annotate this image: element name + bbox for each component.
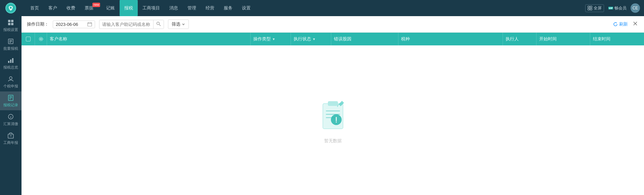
baoshui-zonglian-icon [7,56,14,64]
sidebar-logo [0,0,22,16]
nav-xiaoxi[interactable]: 消息 [165,0,183,16]
th-gear[interactable] [35,33,47,45]
top-navigation: 首页 客户 收费 票据 new 记账 报税 工商项目 消息 管理 经营 [22,0,644,16]
svg-rect-4 [8,23,10,25]
svg-rect-23 [590,6,592,8]
svg-point-36 [40,38,42,40]
fullscreen-label: 全屏 [594,5,602,11]
gongshang-nianbao-icon [7,132,14,139]
sidebar-item-label: 工商年报 [3,140,18,145]
svg-rect-5 [11,23,13,25]
svg-rect-2 [8,20,10,22]
empty-text: 暂无数据 [324,138,342,144]
date-picker[interactable] [53,21,95,28]
search-box[interactable] [99,20,164,29]
svg-point-1 [10,7,12,9]
nav-piao[interactable]: 票据 new [80,0,101,16]
filter-button[interactable]: 筛选 [168,20,189,29]
date-input[interactable] [56,22,86,27]
vip-icon: VIP [608,5,613,11]
main-area: 首页 客户 收费 票据 new 记账 报税 工商项目 消息 管理 经营 [22,0,644,195]
svg-rect-24 [588,8,590,10]
svg-point-13 [9,77,12,79]
refresh-label: 刷新 [619,21,628,27]
user-avatar[interactable]: CE [631,3,640,13]
search-icon [156,22,161,26]
chevron-down-icon [182,23,185,26]
th-executor: 执行人 [503,33,536,45]
filter-icon-status: ▼ [312,37,316,41]
svg-point-32 [157,22,160,25]
fullscreen-icon [588,6,592,10]
th-operation-type[interactable]: 操作类型 ▼ [251,33,291,45]
sidebar-item-piliang-baoshui[interactable]: 批量报税 [0,35,22,54]
nav-guanli[interactable]: 管理 [183,0,201,16]
sidebar-item-baoshui-jilu[interactable]: 报税记录 [0,91,22,110]
table-header: 客户名称 操作类型 ▼ 执行状态 ▼ 错误股因 税种 执行人 [22,33,644,45]
sidebar-item-gongshang-nianbao[interactable]: 工商年报 [0,129,22,148]
search-button[interactable] [153,20,164,29]
new-badge: new [92,3,100,7]
app-logo-icon [5,3,16,13]
close-button[interactable] [632,20,639,28]
geshuishenb-icon [7,75,14,83]
toolbar: 操作日期： 筛选 [22,16,644,33]
data-table: 客户名称 操作类型 ▼ 执行状态 ▼ 错误股因 税种 执行人 [22,33,644,195]
nav-home[interactable]: 首页 [26,0,44,16]
sidebar: 报税设置 批量报税 报税总览 [0,0,22,195]
th-exec-status[interactable]: 执行状态 ▼ [291,33,331,45]
sidebar-item-geshuishenb[interactable]: 个税申报 [0,73,22,91]
user-initials: CE [633,6,638,10]
fullscreen-button[interactable]: 全屏 [585,4,604,12]
date-label: 操作日期： [27,21,49,27]
svg-rect-11 [10,60,11,63]
svg-rect-12 [12,58,13,63]
sidebar-item-baoshui-shezhi[interactable]: 报税设置 [0,16,22,35]
svg-point-37 [39,37,43,41]
select-all-checkbox[interactable] [26,37,31,41]
th-end-time: 结束时间 [590,33,644,45]
th-checkbox[interactable] [22,33,35,45]
svg-rect-20 [8,134,13,138]
svg-rect-25 [590,8,592,10]
piliang-baoshui-icon [7,38,14,45]
svg-rect-28 [88,23,92,26]
gear-icon [39,37,43,41]
nav-baoshui[interactable]: 报税 [120,0,138,16]
filter-icon-type: ▼ [272,37,275,41]
sidebar-item-huisuan-jiaona[interactable]: ¥ 汇算清缴 [0,110,22,129]
refresh-icon [613,22,618,27]
vip-button[interactable]: VIP 畅会员 [608,5,627,11]
svg-line-33 [159,24,161,26]
baoshui-jilu-icon [7,94,14,102]
sidebar-item-label: 个税申报 [3,84,18,89]
svg-text:VIP: VIP [609,7,613,9]
th-tax-type: 税种 [398,33,503,45]
nav-jizhang[interactable]: 记账 [101,0,120,16]
calendar-icon [87,22,92,27]
search-input[interactable] [99,21,153,28]
svg-text:¥: ¥ [10,116,12,119]
topnav-right: 全屏 VIP 畅会员 CE [585,3,640,13]
vip-label: 畅会员 [614,5,627,11]
sidebar-item-label: 报税记录 [3,103,18,108]
nav-customer[interactable]: 客户 [44,0,62,16]
huisuan-jiaona-icon: ¥ [7,113,14,120]
svg-rect-39 [328,101,338,106]
svg-point-45 [336,121,337,122]
th-error-reason: 错误股因 [331,33,398,45]
filter-label: 筛选 [172,21,180,27]
svg-rect-3 [11,20,13,22]
refresh-button[interactable]: 刷新 [613,21,628,27]
nav-fuwu[interactable]: 服务 [219,0,237,16]
sidebar-item-label: 汇算清缴 [3,121,18,126]
sidebar-item-label: 报税总览 [3,65,18,70]
nav-gongshang[interactable]: 工商项目 [138,0,165,16]
svg-rect-10 [8,61,9,63]
sidebar-item-baoshui-zonglian[interactable]: 报税总览 [0,54,22,73]
close-icon [633,21,638,26]
baoshui-shezhi-icon [7,19,14,26]
nav-shoufei[interactable]: 收费 [62,0,80,16]
nav-jingying[interactable]: 经营 [201,0,219,16]
nav-shezhi[interactable]: 设置 [237,0,255,16]
